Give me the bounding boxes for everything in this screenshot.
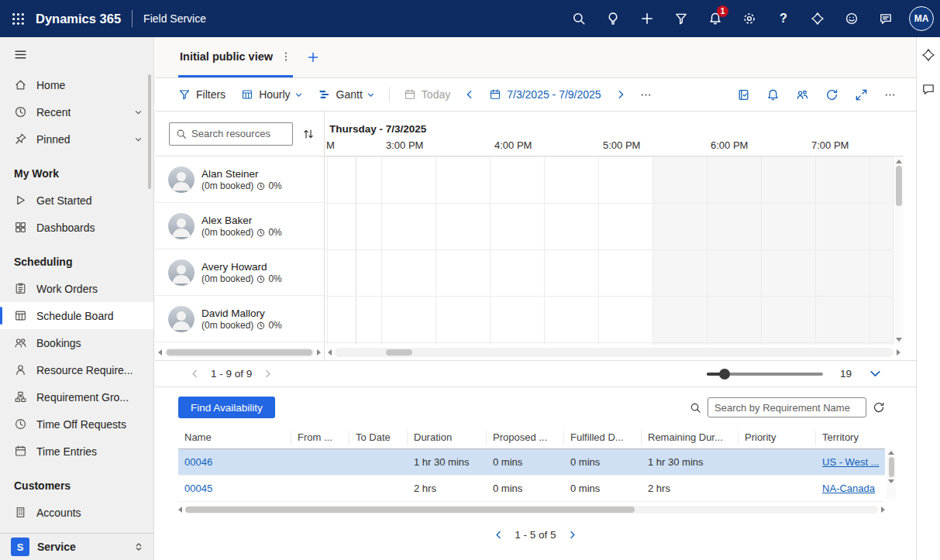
sidebar-item-schedule-board[interactable]: Schedule Board xyxy=(0,302,153,329)
search-button[interactable] xyxy=(565,5,593,33)
sidebar-item-time-entries[interactable]: Time Entries xyxy=(0,438,153,465)
scrollbar-thumb[interactable] xyxy=(896,166,902,206)
previous-page-button[interactable] xyxy=(494,530,504,540)
collapse-panel-button[interactable] xyxy=(869,367,882,380)
sort-resources-button[interactable] xyxy=(299,128,318,140)
sidebar-item-accounts[interactable]: Accounts xyxy=(0,499,153,526)
chevron-down-icon[interactable] xyxy=(134,135,147,144)
previous-page-button[interactable] xyxy=(190,369,200,379)
scroll-up-arrow[interactable] xyxy=(896,160,902,163)
requirement-row[interactable]: 00045 2 hrs 0 mins 0 mins 2 hrs NA-Canad… xyxy=(178,476,885,502)
sidebar-item-time-off-requests[interactable]: Time Off Requests xyxy=(0,411,153,438)
resource-row[interactable]: David Mallory (0m booked)0% xyxy=(155,296,324,342)
scroll-down-arrow[interactable] xyxy=(896,338,902,342)
add-tab-button[interactable] xyxy=(293,37,333,77)
scrollbar-track[interactable] xyxy=(335,348,894,357)
resource-row[interactable]: Alex Baker (0m booked)0% xyxy=(155,203,324,249)
board-alerts-button[interactable] xyxy=(759,82,787,107)
resource-row[interactable]: Alan Steiner (0m booked)0% xyxy=(155,156,324,203)
column-header-from[interactable]: From ... xyxy=(291,431,349,445)
grid-vscrollbar[interactable] xyxy=(893,156,904,345)
scrollbar-thumb[interactable] xyxy=(889,457,894,477)
conversations-panel-icon[interactable] xyxy=(921,82,935,96)
requirement-search-input[interactable] xyxy=(708,397,866,417)
settings-button[interactable] xyxy=(735,5,763,33)
board-view-button[interactable]: Gantt xyxy=(311,82,383,107)
schedule-grid[interactable] xyxy=(325,156,893,345)
column-header-priority[interactable]: Priority xyxy=(739,431,816,445)
tab-initial-public-view[interactable]: Initial public view xyxy=(178,37,293,77)
quick-create-button[interactable] xyxy=(633,5,661,33)
sidebar-item-bookings[interactable]: Bookings xyxy=(0,329,153,356)
app-launcher-button[interactable] xyxy=(0,0,36,37)
column-header-proposed[interactable]: Proposed ... xyxy=(487,431,564,445)
resources-button[interactable] xyxy=(788,82,816,107)
column-header-name[interactable]: Name xyxy=(178,431,291,445)
area-switcher-icon[interactable] xyxy=(133,541,144,552)
requirement-row[interactable]: 00046 1 hr 30 mins 0 mins 0 mins 1 hr 30… xyxy=(178,449,885,476)
sidebar-item-pinned[interactable]: Pinned xyxy=(0,125,153,153)
requirement-name-link[interactable]: 00045 xyxy=(184,483,212,494)
resource-search-box[interactable] xyxy=(169,122,293,146)
copilot-panel-icon[interactable] xyxy=(921,48,935,62)
refresh-requirements-button[interactable] xyxy=(873,401,885,414)
grid-hscrollbar[interactable] xyxy=(325,345,904,360)
sidebar-item-work-orders[interactable]: Work Orders xyxy=(0,275,153,302)
column-header-territory[interactable]: Territory xyxy=(816,431,885,445)
filter-button[interactable] xyxy=(667,5,695,33)
fullscreen-button[interactable] xyxy=(847,82,875,107)
scroll-left-arrow[interactable] xyxy=(328,349,332,356)
slider-thumb[interactable] xyxy=(719,369,730,380)
scrollbar-track[interactable] xyxy=(165,348,314,357)
date-range-button[interactable]: 7/3/2025 - 7/9/2025 xyxy=(481,82,608,107)
scroll-up-arrow[interactable] xyxy=(888,451,894,455)
app-area-title[interactable]: Field Service xyxy=(143,12,206,25)
resource-search-input[interactable] xyxy=(191,128,286,139)
area-switcher[interactable]: S Service xyxy=(0,533,153,560)
table-vscrollbar[interactable] xyxy=(887,449,896,500)
more-date-options-button[interactable] xyxy=(632,82,659,107)
next-period-button[interactable] xyxy=(609,82,632,107)
next-page-button[interactable] xyxy=(567,530,577,540)
sidebar-toggle-button[interactable] xyxy=(0,37,153,71)
next-page-button[interactable] xyxy=(263,369,273,379)
search-icon[interactable] xyxy=(690,402,701,414)
copilot-button[interactable] xyxy=(804,5,832,33)
booking-requirements-button[interactable] xyxy=(729,82,757,107)
scroll-right-arrow[interactable] xyxy=(897,349,900,356)
territory-link[interactable]: NA-Canada xyxy=(822,483,875,494)
scroll-left-arrow[interactable] xyxy=(158,349,162,356)
idea-button[interactable] xyxy=(599,5,627,33)
zoom-slider[interactable] xyxy=(707,369,823,380)
refresh-board-button[interactable] xyxy=(818,82,845,107)
scrollbar-thumb[interactable] xyxy=(167,349,312,356)
notifications-button[interactable]: 1 xyxy=(701,5,729,33)
sidebar-item-requirement-groups[interactable]: Requirement Gro... xyxy=(0,383,153,411)
column-header-to-date[interactable]: To Date xyxy=(349,431,408,445)
scrollbar-thumb[interactable] xyxy=(185,507,635,513)
sidebar-item-resource-requirements[interactable]: Resource Require... xyxy=(0,356,153,383)
sidebar-item-dashboards[interactable]: Dashboards xyxy=(0,214,153,241)
territory-link[interactable]: US - West ... xyxy=(822,456,879,468)
requirement-name-link[interactable]: 00046 xyxy=(184,456,212,468)
sidebar-item-home[interactable]: Home xyxy=(0,71,153,98)
time-scale-button[interactable]: Hourly xyxy=(233,82,310,107)
scroll-right-arrow[interactable] xyxy=(881,507,885,513)
table-hscrollbar[interactable] xyxy=(178,503,885,516)
sidebar-item-recent[interactable]: Recent xyxy=(0,98,153,125)
filters-button[interactable]: Filters xyxy=(170,82,233,107)
help-button[interactable]: ? xyxy=(770,5,797,33)
brand-title[interactable]: Dynamics 365 xyxy=(36,12,121,26)
scroll-left-arrow[interactable] xyxy=(178,507,182,513)
feedback-button[interactable] xyxy=(838,5,866,33)
today-button[interactable]: Today xyxy=(396,82,458,107)
tab-options-icon[interactable] xyxy=(281,51,291,62)
scroll-right-arrow[interactable] xyxy=(317,349,321,356)
chevron-down-icon[interactable] xyxy=(134,108,147,117)
scrollbar-thumb[interactable] xyxy=(386,349,412,356)
column-header-duration[interactable]: Duration xyxy=(408,431,487,445)
find-availability-button[interactable]: Find Availability xyxy=(178,397,275,418)
scrollbar-track[interactable] xyxy=(185,506,878,514)
resource-panel-hscrollbar[interactable] xyxy=(155,345,324,360)
chat-button[interactable] xyxy=(872,5,900,33)
